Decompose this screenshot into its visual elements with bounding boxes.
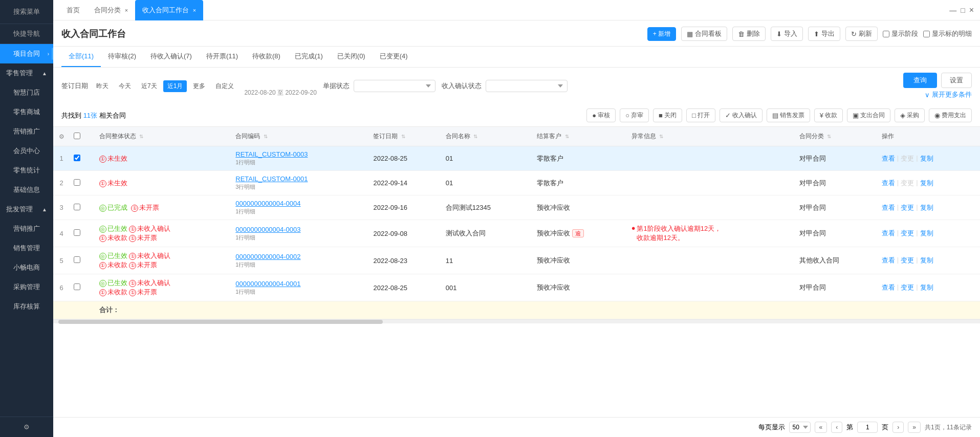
date-btn-7days[interactable]: 近7天 bbox=[137, 80, 161, 92]
select-all-checkbox[interactable] bbox=[74, 133, 80, 139]
horizontal-scrollbar[interactable] bbox=[53, 319, 980, 323]
filter-tab-closed[interactable]: 已关闭(0) bbox=[330, 47, 373, 67]
sidebar-item-ecommerce[interactable]: 小畅电商 bbox=[0, 258, 53, 277]
contract-link[interactable]: 0000000000004-0004 bbox=[235, 200, 300, 207]
prev-page-button[interactable]: ‹ bbox=[831, 422, 842, 433]
tab-close-contract-category[interactable]: × bbox=[125, 7, 128, 13]
copy-action[interactable]: 复制 bbox=[920, 256, 933, 265]
contract-link[interactable]: RETAIL_CUSTOM-0003 bbox=[235, 150, 308, 158]
view-action[interactable]: 查看 bbox=[882, 179, 895, 188]
filter-tab-done[interactable]: 已完成(1) bbox=[288, 47, 330, 67]
sidebar-item-retail-stats[interactable]: 零售统计 bbox=[0, 161, 53, 180]
view-action[interactable]: 查看 bbox=[882, 229, 895, 238]
date-btn-1month[interactable]: 近1月 bbox=[163, 80, 187, 92]
close-button[interactable]: ■ 关闭 bbox=[653, 108, 682, 122]
row-checkbox[interactable] bbox=[70, 247, 95, 274]
edit-action[interactable]: 变更 bbox=[901, 283, 914, 292]
tab-contract-category[interactable]: 合同分类 × bbox=[87, 0, 135, 20]
expense-out-button[interactable]: ◉ 费用支出 bbox=[929, 108, 972, 122]
doc-status-select[interactable] bbox=[354, 80, 435, 92]
sidebar-item-marketing[interactable]: 营销推广 bbox=[0, 122, 53, 141]
open-button[interactable]: □ 打开 bbox=[686, 108, 715, 122]
copy-action[interactable]: 复制 bbox=[920, 154, 933, 163]
view-action[interactable]: 查看 bbox=[882, 203, 895, 212]
collect-payment-button[interactable]: ¥ 收款 bbox=[814, 108, 843, 122]
minimize-icon[interactable]: — bbox=[949, 6, 956, 14]
filter-tab-pending-confirm[interactable]: 待收入确认(7) bbox=[143, 47, 199, 67]
income-confirm-button[interactable]: ✓ 收入确认 bbox=[720, 108, 763, 122]
view-action[interactable]: 查看 bbox=[882, 154, 895, 163]
first-page-button[interactable]: « bbox=[815, 422, 827, 433]
sidebar-item-purchase-mgmt[interactable]: 采购管理 bbox=[0, 277, 53, 297]
tab-income-contract[interactable]: 收入合同工作台 × bbox=[135, 0, 203, 20]
sidebar-item-sales-mgmt[interactable]: 销售管理 bbox=[0, 238, 53, 258]
contract-link[interactable]: 0000000000004-0002 bbox=[235, 253, 300, 260]
view-action[interactable]: 查看 bbox=[882, 283, 895, 292]
copy-action[interactable]: 复制 bbox=[920, 179, 933, 188]
sidebar-settings[interactable]: ⚙ bbox=[0, 417, 53, 437]
date-btn-yesterday[interactable]: 昨天 bbox=[92, 80, 113, 92]
sidebar-item-basic-info[interactable]: 基础信息 bbox=[0, 180, 53, 200]
expand-conditions-button[interactable]: ∨ 展开更多条件 bbox=[925, 90, 972, 99]
contract-link[interactable]: 0000000000004-0003 bbox=[235, 226, 300, 233]
page-input[interactable] bbox=[857, 422, 878, 433]
edit-action[interactable]: 变更 bbox=[901, 154, 914, 163]
sidebar-item-retail-mall[interactable]: 零售商城 bbox=[0, 102, 53, 122]
contract-board-button[interactable]: ▦ 合同看板 bbox=[681, 27, 727, 41]
date-btn-today[interactable]: 今天 bbox=[115, 80, 135, 92]
maximize-icon[interactable]: □ bbox=[961, 6, 965, 14]
col-settings[interactable]: ⚙ bbox=[53, 127, 70, 146]
add-button[interactable]: + 新增 bbox=[647, 27, 676, 41]
filter-tab-all[interactable]: 全部(11) bbox=[61, 47, 101, 67]
sidebar-item-wholesale-mgmt[interactable]: 批发管理 ▲ bbox=[0, 200, 53, 219]
next-page-button[interactable]: › bbox=[892, 422, 904, 433]
show-details-checkbox[interactable]: 显示标的明细 bbox=[923, 29, 972, 38]
edit-action[interactable]: 变更 bbox=[901, 179, 914, 188]
sidebar-item-inventory[interactable]: 库存核算 bbox=[0, 297, 53, 316]
sidebar-item-member-center[interactable]: 会员中心 bbox=[0, 141, 53, 161]
copy-action[interactable]: 复制 bbox=[920, 203, 933, 212]
contract-link[interactable]: RETAIL_CUSTOM-0001 bbox=[235, 175, 308, 183]
sales-invoice-button[interactable]: ▤ 销售发票 bbox=[767, 108, 810, 122]
refresh-button[interactable]: ↻ 刷新 bbox=[845, 27, 878, 41]
edit-action[interactable]: 变更 bbox=[901, 203, 914, 212]
page-size-select[interactable]: 50 bbox=[789, 422, 811, 433]
tab-home[interactable]: 首页 bbox=[59, 0, 87, 20]
contract-link[interactable]: 0000000000004-0001 bbox=[235, 280, 300, 288]
date-btn-more[interactable]: 更多 bbox=[189, 80, 209, 92]
abandon-review-button[interactable]: ○ 弃审 bbox=[620, 108, 649, 122]
purchase-button[interactable]: ◈ 采购 bbox=[895, 108, 925, 122]
row-checkbox[interactable] bbox=[70, 220, 95, 247]
sidebar-item-retail-mgmt[interactable]: 零售管理 ▲ bbox=[0, 63, 53, 83]
sidebar-nav[interactable]: 快捷导航 bbox=[0, 24, 53, 44]
sidebar-item-smart-store[interactable]: 智慧门店 bbox=[0, 83, 53, 102]
filter-tab-changed[interactable]: 已变更(4) bbox=[373, 47, 415, 67]
filter-tab-pending-review[interactable]: 待审核(2) bbox=[101, 47, 143, 67]
row-checkbox[interactable] bbox=[70, 146, 95, 171]
query-button[interactable]: 查询 bbox=[903, 73, 937, 88]
scrollbar-thumb[interactable] bbox=[58, 320, 383, 324]
income-confirm-select[interactable] bbox=[486, 80, 568, 92]
edit-action[interactable]: 变更 bbox=[901, 256, 914, 265]
filter-tab-pending-invoice[interactable]: 待开票(11) bbox=[199, 47, 245, 67]
edit-action[interactable]: 变更 bbox=[901, 229, 914, 238]
copy-action[interactable]: 复制 bbox=[920, 229, 933, 238]
row-checkbox[interactable] bbox=[70, 171, 95, 195]
import-button[interactable]: ⬇ 导入 bbox=[771, 27, 803, 41]
tab-close-income-contract[interactable]: × bbox=[193, 7, 196, 13]
last-page-button[interactable]: » bbox=[908, 422, 921, 433]
sidebar-item-project-contract[interactable]: 项目合同 › bbox=[0, 44, 53, 63]
row-checkbox[interactable] bbox=[70, 274, 95, 301]
review-button[interactable]: ● 审核 bbox=[586, 108, 616, 122]
expense-contract-button[interactable]: ▣ 支出合同 bbox=[847, 108, 890, 122]
export-button[interactable]: ⬆ 导出 bbox=[808, 27, 840, 41]
filter-tab-pending-payment[interactable]: 待收款(8) bbox=[245, 47, 288, 67]
settings-button[interactable]: 设置 bbox=[941, 73, 972, 88]
copy-action[interactable]: 复制 bbox=[920, 283, 933, 292]
sidebar-item-marketing-2[interactable]: 营销推广 bbox=[0, 219, 53, 238]
row-checkbox[interactable] bbox=[70, 195, 95, 220]
date-btn-custom[interactable]: 自定义 bbox=[211, 80, 238, 92]
view-action[interactable]: 查看 bbox=[882, 256, 895, 265]
delete-button[interactable]: 🗑 删除 bbox=[732, 27, 766, 41]
show-stages-checkbox[interactable]: 显示阶段 bbox=[883, 29, 918, 38]
